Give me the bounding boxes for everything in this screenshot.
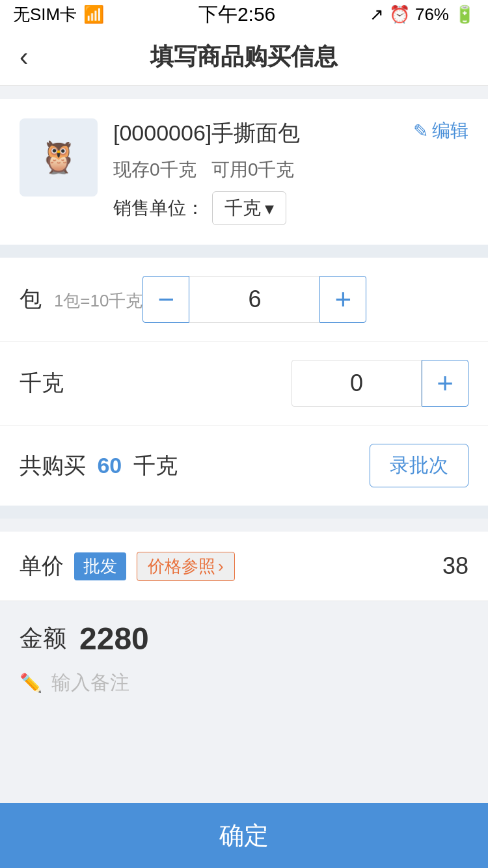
package-decrement-button[interactable]: − — [142, 276, 189, 323]
product-card: 🦉 [0000006]手撕面包 现存0千克 可用0千克 销售单位： 千克 ▾ ✎… — [0, 99, 488, 245]
alarm-icon: ⏰ — [389, 5, 410, 25]
bottom-spacer — [0, 716, 488, 781]
summary-row: 共购买 60 千克 录批次 — [0, 426, 488, 506]
summary-unit: 千克 — [133, 453, 178, 478]
section-divider-2 — [0, 506, 488, 519]
kilogram-stepper: + — [291, 360, 468, 407]
price-section: 单价 批发 价格参照 › 38 — [0, 532, 488, 601]
dropdown-arrow-icon: ▾ — [265, 198, 274, 219]
package-increment-button[interactable]: + — [319, 276, 366, 323]
price-value: 38 — [442, 552, 468, 580]
price-label: 单价 — [20, 551, 64, 581]
available-label: 可用0千克 — [211, 159, 295, 180]
package-input[interactable] — [189, 276, 319, 323]
product-stock: 现存0千克 可用0千克 — [113, 157, 468, 182]
status-left: 无SIM卡 📶 — [13, 3, 104, 26]
amount-value: 2280 — [79, 621, 149, 657]
carrier-label: 无SIM卡 — [13, 3, 77, 26]
unit-select[interactable]: 千克 ▾ — [212, 191, 286, 225]
package-hint: 1包=10千克 — [54, 291, 143, 310]
price-row: 单价 批发 价格参照 › 38 — [20, 551, 468, 581]
edit-label: 编辑 — [432, 118, 468, 143]
unit-value: 千克 — [224, 196, 261, 221]
remark-pencil-icon: ✏️ — [20, 672, 42, 694]
package-label-group: 包 1包=10千克 — [20, 284, 142, 314]
stock-label: 现存0千克 — [113, 159, 197, 180]
battery-icon: 🔋 — [454, 5, 475, 25]
back-button[interactable]: ‹ — [20, 42, 28, 72]
kilogram-label: 千克 — [20, 368, 291, 398]
kilogram-input-row: 千克 + — [0, 342, 488, 426]
package-label: 包 — [20, 286, 42, 311]
product-id: [0000006] — [113, 120, 211, 145]
package-stepper: − + — [142, 276, 366, 323]
price-tag: 批发 — [74, 552, 126, 580]
price-ref-button[interactable]: 价格参照 › — [137, 552, 235, 581]
status-bar: 无SIM卡 📶 下午2:56 ↗ ⏰ 76% 🔋 — [0, 0, 488, 29]
product-title: 手撕面包 — [211, 120, 300, 145]
section-divider-1 — [0, 245, 488, 258]
package-input-row: 包 1包=10千克 − + — [0, 258, 488, 342]
status-right: ↗ ⏰ 76% 🔋 — [370, 5, 475, 25]
package-input-section: 包 1包=10千克 − + 千克 + 共购买 60 千克 录批次 — [0, 258, 488, 506]
kilogram-increment-button[interactable]: + — [422, 360, 468, 407]
unit-label: 销售单位： — [113, 196, 204, 221]
confirm-button[interactable]: 确定 — [0, 803, 488, 868]
nav-bar: ‹ 填写商品购买信息 — [0, 29, 488, 86]
page-title: 填写商品购买信息 — [150, 41, 338, 73]
edit-icon: ✎ — [413, 120, 428, 142]
summary-text: 共购买 60 千克 — [20, 451, 178, 481]
price-ref-arrow-icon: › — [218, 556, 224, 576]
product-image: 🦉 — [20, 118, 98, 197]
summary-quantity: 60 — [97, 453, 122, 478]
kilogram-input[interactable] — [291, 360, 422, 407]
remark-row[interactable]: ✏️ 输入备注 — [20, 670, 468, 696]
summary-prefix: 共购买 — [20, 453, 86, 478]
location-icon: ↗ — [370, 5, 384, 25]
amount-label: 金额 — [20, 623, 66, 655]
battery-level: 76% — [415, 5, 449, 25]
edit-button[interactable]: ✎ 编辑 — [413, 118, 468, 143]
amount-section: 金额 2280 ✏️ 输入备注 — [0, 601, 488, 716]
price-ref-label: 价格参照 — [148, 555, 215, 578]
wifi-icon: 📶 — [83, 5, 104, 25]
batch-button[interactable]: 录批次 — [370, 444, 468, 487]
remark-placeholder[interactable]: 输入备注 — [51, 670, 129, 696]
product-unit-row: 销售单位： 千克 ▾ — [113, 191, 468, 225]
product-logo-icon: 🦉 — [39, 139, 78, 176]
status-time: 下午2:56 — [198, 1, 275, 28]
amount-row: 金额 2280 — [20, 621, 468, 657]
